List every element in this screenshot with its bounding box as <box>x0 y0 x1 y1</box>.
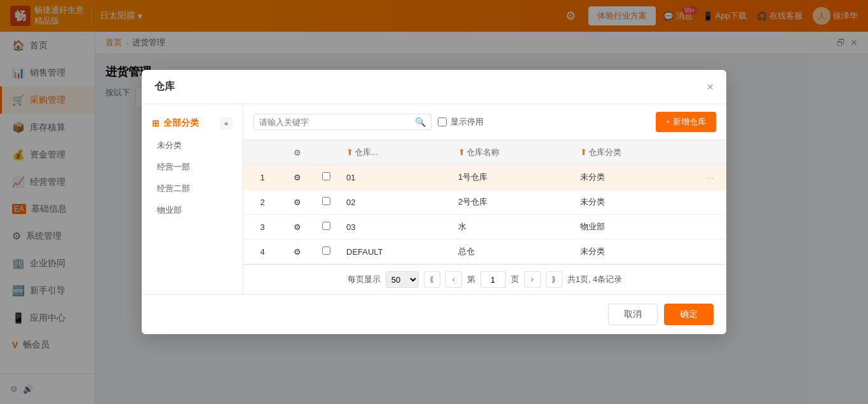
col-header-actions <box>695 140 726 165</box>
page-label-post: 页 <box>511 274 519 285</box>
row-category: 物业部 <box>573 215 695 239</box>
col-header-no <box>243 140 281 165</box>
row-gear[interactable]: ⚙ <box>281 239 313 264</box>
row-category: 未分类 <box>573 239 695 264</box>
page-number-input[interactable] <box>480 271 506 288</box>
row-actions[interactable]: ··· <box>695 165 726 190</box>
row-actions[interactable] <box>695 190 726 215</box>
search-input-wrap: 🔍 <box>254 114 431 130</box>
row-code: 03 <box>339 215 451 239</box>
row-actions[interactable] <box>695 215 726 239</box>
row-check[interactable] <box>313 239 339 264</box>
show-disabled-text: 显示停用 <box>451 116 484 128</box>
modal-header: 仓库 × <box>142 70 726 104</box>
row-check[interactable] <box>313 215 339 239</box>
row-gear[interactable]: ⚙ <box>281 165 313 190</box>
cancel-button[interactable]: 取消 <box>608 304 658 325</box>
modal-overlay: 仓库 × ⊞ 全部分类 « 未分类 经营一部 经营二部 物业部 <box>0 0 868 404</box>
table-row[interactable]: 4 ⚙ DEFAULT 总仓 未分类 <box>243 239 726 264</box>
warehouse-modal: 仓库 × ⊞ 全部分类 « 未分类 经营一部 经营二部 物业部 <box>142 70 726 334</box>
category-property[interactable]: 物业部 <box>142 199 243 221</box>
row-no: 4 <box>243 239 281 264</box>
col-header-name[interactable]: ⬆仓库名称 <box>451 140 573 165</box>
confirm-button[interactable]: 确定 <box>664 304 714 325</box>
total-info: 共1页, 4条记录 <box>567 274 623 285</box>
row-no: 1 <box>243 165 281 190</box>
row-no: 3 <box>243 215 281 239</box>
row-name: 水 <box>451 215 573 239</box>
category-dept1[interactable]: 经营一部 <box>142 156 243 178</box>
collapse-button[interactable]: « <box>220 117 233 130</box>
col-header-check <box>313 140 339 165</box>
pagination: 每页显示 50 20 100 ⟪ ‹ 第 页 › ⟫ 共1页, 4条记录 <box>243 264 726 294</box>
category-panel: ⊞ 全部分类 « 未分类 经营一部 经营二部 物业部 <box>142 104 243 294</box>
row-category: 未分类 <box>573 190 695 215</box>
all-categories-label: 全部分类 <box>163 118 199 129</box>
row-category: 未分类 <box>573 165 695 190</box>
per-page-label: 每页显示 <box>348 274 381 285</box>
row-name: 1号仓库 <box>451 165 573 190</box>
category-uncategorized[interactable]: 未分类 <box>142 135 243 156</box>
row-gear[interactable]: ⚙ <box>281 215 313 239</box>
table-header: ⚙ ⬆仓库... ⬆仓库名称 ⬆仓库分类 <box>243 140 726 165</box>
per-page-select[interactable]: 50 20 100 <box>386 271 419 288</box>
row-name: 总仓 <box>451 239 573 264</box>
search-icon[interactable]: 🔍 <box>415 117 426 127</box>
row-gear[interactable]: ⚙ <box>281 190 313 215</box>
row-code: 01 <box>339 165 451 190</box>
modal-close-button[interactable]: × <box>707 81 714 93</box>
next-page-btn[interactable]: › <box>524 271 541 288</box>
row-name: 2号仓库 <box>451 190 573 215</box>
warehouse-table: ⚙ ⬆仓库... ⬆仓库名称 ⬆仓库分类 1 ⚙ <box>243 140 726 264</box>
show-disabled-label[interactable]: 显示停用 <box>438 116 484 128</box>
all-categories-header[interactable]: ⊞ 全部分类 « <box>142 112 243 135</box>
table-row[interactable]: 2 ⚙ 02 2号仓库 未分类 <box>243 190 726 215</box>
category-dept2[interactable]: 经营二部 <box>142 178 243 199</box>
row-actions[interactable] <box>695 239 726 264</box>
show-disabled-checkbox[interactable] <box>438 118 447 126</box>
row-code: DEFAULT <box>339 239 451 264</box>
right-panel: 🔍 显示停用 + 新增仓库 ⚙ <box>243 104 726 294</box>
grid-icon: ⊞ <box>152 118 159 128</box>
last-page-btn[interactable]: ⟫ <box>546 271 562 288</box>
prev-page-btn[interactable]: ‹ <box>445 271 462 288</box>
modal-title: 仓库 <box>154 80 175 93</box>
row-code: 02 <box>339 190 451 215</box>
row-no: 2 <box>243 190 281 215</box>
modal-footer: 取消 确定 <box>142 294 726 334</box>
search-input[interactable] <box>259 118 411 127</box>
col-header-category[interactable]: ⬆仓库分类 <box>573 140 695 165</box>
modal-body: ⊞ 全部分类 « 未分类 经营一部 经营二部 物业部 🔍 <box>142 104 726 294</box>
first-page-btn[interactable]: ⟪ <box>424 271 440 288</box>
table-row[interactable]: 3 ⚙ 03 水 物业部 <box>243 215 726 239</box>
page-label-pre: 第 <box>467 274 475 285</box>
row-check[interactable] <box>313 190 339 215</box>
table-body: 1 ⚙ 01 1号仓库 未分类 ··· 2 ⚙ <box>243 165 726 264</box>
warehouse-table-wrap: ⚙ ⬆仓库... ⬆仓库名称 ⬆仓库分类 1 ⚙ <box>243 140 726 264</box>
right-toolbar: 🔍 显示停用 + 新增仓库 <box>243 104 726 140</box>
row-check[interactable] <box>313 165 339 190</box>
add-warehouse-button[interactable]: + 新增仓库 <box>656 112 716 132</box>
col-header-code[interactable]: ⬆仓库... <box>339 140 451 165</box>
col-header-gear[interactable]: ⚙ <box>281 140 313 165</box>
table-row[interactable]: 1 ⚙ 01 1号仓库 未分类 ··· <box>243 165 726 190</box>
